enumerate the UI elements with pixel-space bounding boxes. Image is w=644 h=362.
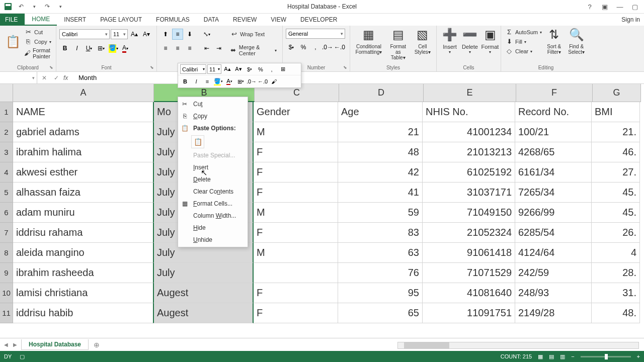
cell[interactable]: 41081640 <box>423 283 515 303</box>
insert-cells-button[interactable]: ➕Insert▾ <box>440 27 460 55</box>
mini-font-combo[interactable]: Calibri <box>180 64 206 74</box>
tab-developer[interactable]: DEVELOPER <box>293 14 344 26</box>
enter-formula-button[interactable]: ✓ <box>51 74 61 81</box>
align-bottom-button[interactable]: ⬇ <box>184 29 195 40</box>
font-launcher[interactable]: ⬊ <box>150 65 155 70</box>
cell[interactable]: iddrisu rahama <box>13 223 154 243</box>
cell[interactable]: 95 <box>338 283 423 303</box>
cell[interactable]: 31. <box>592 283 640 303</box>
decrease-decimal-button[interactable]: ←.0 <box>334 42 345 53</box>
cell[interactable]: 91061418 <box>423 243 515 263</box>
row-header[interactable]: 7 <box>0 223 13 243</box>
cell[interactable]: Augest <box>153 283 254 303</box>
cell[interactable]: 242/59 <box>515 263 592 283</box>
row-header[interactable]: 8 <box>0 243 13 263</box>
sign-in-link[interactable]: Sign in <box>621 16 640 23</box>
align-center-button[interactable]: ≡ <box>172 43 183 54</box>
row-header[interactable]: 11 <box>0 303 13 323</box>
increase-decimal-button[interactable]: .0→ <box>322 42 333 53</box>
cell[interactable]: F <box>254 183 338 203</box>
fill-color-button[interactable]: 🪣▾ <box>108 43 119 54</box>
cell[interactable]: M <box>254 203 338 223</box>
mini-grow-font[interactable]: A▴ <box>222 64 232 74</box>
cell-styles-button[interactable]: ▧CellStyles▾ <box>412 27 433 56</box>
cell[interactable]: 31037171 <box>423 183 515 203</box>
autosum-button[interactable]: ΣAutoSum ▾ <box>504 28 543 37</box>
undo-button[interactable]: ↶ <box>15 1 27 12</box>
row-header[interactable]: 2 <box>0 122 13 142</box>
qat-customize[interactable]: ▾ <box>54 1 66 12</box>
redo-button[interactable]: ↷ <box>41 1 53 12</box>
mini-border[interactable]: ⊞ <box>278 64 288 74</box>
cell[interactable]: 61025192 <box>423 162 515 183</box>
mini-font-color[interactable]: A▾ <box>224 76 234 86</box>
cell[interactable]: 100/21 <box>515 122 592 142</box>
align-right-button[interactable]: ≡ <box>184 43 195 54</box>
ctx-delete[interactable]: Delete <box>178 173 248 186</box>
wrap-text-button[interactable]: ↩Wrap Text <box>227 29 279 40</box>
font-color-button[interactable]: A▾ <box>120 43 131 54</box>
tab-review[interactable]: REVIEW <box>226 14 264 26</box>
number-format-combo[interactable]: General <box>286 29 345 39</box>
col-header-D[interactable]: D <box>339 84 424 102</box>
ctx-unhide[interactable]: Unhide <box>178 234 248 246</box>
cell[interactable]: Record No. <box>515 102 592 122</box>
cell[interactable]: July <box>153 263 254 283</box>
row-header[interactable]: 3 <box>0 142 13 162</box>
mini-accounting[interactable]: $▾ <box>245 64 255 74</box>
ctx-copy[interactable]: ⎘Copy <box>178 110 248 122</box>
macro-record-icon[interactable]: ▢ <box>20 353 25 360</box>
sheet-tab-active[interactable]: Hospital Database <box>21 339 89 350</box>
copy-button[interactable]: ⎘Copy ▾ <box>23 37 53 46</box>
cell[interactable]: 42 <box>338 162 423 183</box>
cell[interactable]: 21 <box>338 122 423 142</box>
cell[interactable]: 48. <box>592 303 640 323</box>
cell[interactable]: 59 <box>338 203 423 223</box>
horizontal-scrollbar[interactable] <box>397 342 639 349</box>
cell[interactable]: 9266/99 <box>515 203 592 223</box>
decrease-indent-button[interactable]: ⇤ <box>201 43 212 54</box>
cell[interactable]: akwesi esther <box>13 162 154 183</box>
cell[interactable]: gabriel adams <box>13 122 154 142</box>
cell[interactable]: 4268/65 <box>515 142 592 162</box>
paste-button[interactable]: 📋 <box>3 27 23 59</box>
font-name-combo[interactable]: Calibri <box>59 29 110 39</box>
name-box[interactable] <box>0 72 37 83</box>
cut-button[interactable]: ✂Cut <box>23 28 53 37</box>
mini-border2[interactable]: ⊞▾ <box>235 76 246 86</box>
scrollbar-thumb[interactable] <box>404 342 449 348</box>
mini-dec-dec[interactable]: ←.0 <box>258 76 268 86</box>
cell[interactable]: 2149/28 <box>515 303 592 323</box>
row-header[interactable]: 5 <box>0 183 13 203</box>
mini-italic[interactable]: I <box>191 76 201 86</box>
cell[interactable]: 4124/64 <box>515 243 592 263</box>
ctx-insert[interactable]: Insert <box>178 161 248 173</box>
cell[interactable]: 21. <box>592 122 640 142</box>
ctx-cut[interactable]: ✂Cut <box>178 98 248 110</box>
cell[interactable]: 65 <box>338 303 423 323</box>
spreadsheet-grid[interactable]: A B C D E F G 1NAMEMoGenderAgeNHIS No.Re… <box>0 84 644 338</box>
find-select-button[interactable]: 🔍Find &Select▾ <box>565 27 588 56</box>
zoom-in-button[interactable]: + <box>637 353 640 359</box>
col-header-F[interactable]: F <box>516 84 593 102</box>
tab-view[interactable]: VIEW <box>264 14 293 26</box>
percent-button[interactable]: % <box>298 42 309 53</box>
cell[interactable]: NHIS No. <box>423 102 515 122</box>
cell[interactable]: 6161/34 <box>515 162 592 183</box>
col-header-A[interactable]: A <box>13 84 154 102</box>
col-header-E[interactable]: E <box>424 84 516 102</box>
cell[interactable]: Gender <box>254 102 338 122</box>
cell[interactable]: 45. <box>592 203 640 223</box>
cell[interactable]: 27. <box>592 162 640 183</box>
cell[interactable]: NAME <box>13 102 154 122</box>
cell[interactable]: ibrahim rasheeda <box>13 263 154 283</box>
zoom-thumb[interactable] <box>605 354 608 359</box>
mini-align[interactable]: ≡ <box>202 76 212 86</box>
row-header[interactable]: 4 <box>0 162 13 183</box>
tab-page-layout[interactable]: PAGE LAYOUT <box>93 14 149 26</box>
help-button[interactable]: ? <box>585 2 595 11</box>
tab-formulas[interactable]: FORMULAS <box>149 14 197 26</box>
mini-size-combo[interactable]: 11 <box>207 64 221 74</box>
view-page-layout-button[interactable]: ▤ <box>549 353 554 360</box>
cell[interactable]: F <box>254 283 338 303</box>
